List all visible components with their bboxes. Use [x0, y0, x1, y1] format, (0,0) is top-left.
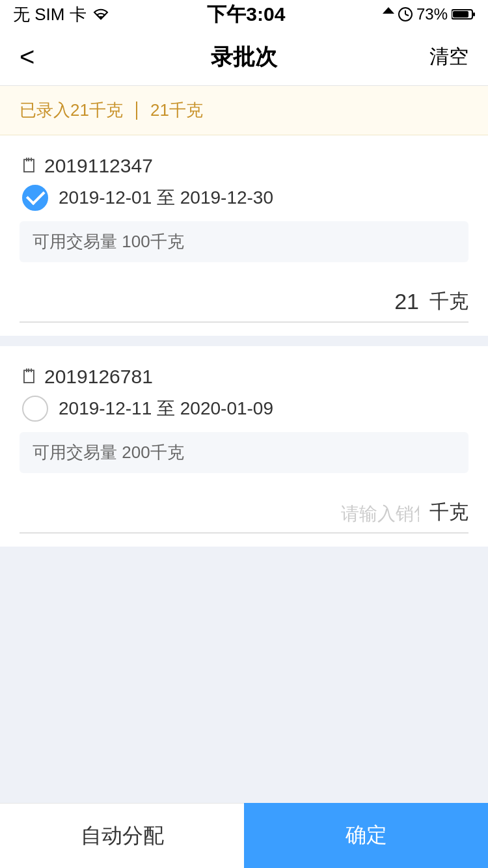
batch-2-availability: 可用交易量 200千克 [20, 432, 468, 473]
section-divider-1 [0, 336, 488, 346]
batch-2-date-row[interactable]: 2019-12-11 至 2020-01-09 [20, 396, 468, 422]
bottom-bar: 自动分配 确定 [0, 803, 488, 868]
batch-item-1-body: 🗒 2019112347 2019-12-01 至 2019-12-30 可用交… [0, 135, 488, 262]
status-bar: 无 SIM 卡 下午3:04 73% [0, 0, 488, 29]
location-icon [383, 7, 394, 21]
clock-icon [398, 7, 413, 21]
confirm-button[interactable]: 确定 [244, 803, 488, 868]
recorded-amount-value: 21千克 [150, 99, 203, 122]
batch-1-availability: 可用交易量 100千克 [20, 221, 468, 262]
banner-divider [136, 102, 137, 120]
batch-2-header: 🗒 2019126781 [20, 366, 468, 388]
back-button[interactable]: < [20, 42, 59, 72]
batch-2-icon: 🗒 [20, 366, 39, 388]
batch-item-2: 🗒 2019126781 2019-12-11 至 2020-01-09 可用交… [0, 346, 488, 547]
status-time: 下午3:04 [207, 1, 285, 28]
battery-percent: 73% [416, 5, 448, 23]
batch-1-header: 🗒 2019112347 [20, 155, 468, 177]
svg-rect-4 [473, 12, 475, 16]
batch-1-icon: 🗒 [20, 155, 39, 177]
svg-line-2 [405, 14, 409, 16]
batch-2-unit: 千克 [429, 499, 468, 526]
batch-1-amount-row: 千克 [0, 275, 488, 321]
batch-item-2-body: 🗒 2019126781 2019-12-11 至 2020-01-09 可用交… [0, 346, 488, 473]
batch-1-date-row[interactable]: 2019-12-01 至 2019-12-30 [20, 185, 468, 211]
clear-button[interactable]: 清空 [429, 44, 468, 70]
status-right: 73% [383, 5, 475, 23]
batch-2-radio[interactable] [22, 396, 48, 422]
content-wrapper: 🗒 2019112347 2019-12-01 至 2019-12-30 可用交… [0, 135, 488, 868]
batch-1-id: 2019112347 [44, 155, 153, 177]
batch-2-bottom-space [0, 534, 488, 547]
batch-2-amount-input[interactable] [341, 500, 419, 525]
batch-2-amount-row: 千克 [0, 486, 488, 532]
batch-item-1: 🗒 2019112347 2019-12-01 至 2019-12-30 可用交… [0, 135, 488, 336]
batch-2-date: 2019-12-11 至 2020-01-09 [59, 396, 273, 421]
batch-1-radio[interactable] [22, 185, 48, 211]
page-title: 录批次 [211, 42, 277, 72]
svg-rect-5 [453, 11, 468, 18]
bottom-fill-area [0, 547, 488, 820]
batch-2-id: 2019126781 [44, 366, 153, 388]
batch-1-date: 2019-12-01 至 2019-12-30 [59, 185, 273, 210]
batch-1-bottom-space [0, 323, 488, 336]
battery-icon [452, 8, 475, 20]
info-banner: 已录入21千克 21千克 [0, 86, 488, 135]
recorded-amount-label: 已录入21千克 [20, 99, 123, 122]
batch-1-unit: 千克 [429, 288, 468, 315]
batch-1-amount-input[interactable] [341, 289, 419, 314]
status-left: 无 SIM 卡 [13, 3, 110, 26]
auto-distribute-button[interactable]: 自动分配 [0, 803, 244, 868]
wifi-icon [92, 7, 110, 21]
no-sim-text: 无 SIM 卡 [13, 3, 87, 26]
nav-bar: < 录批次 清空 [0, 29, 488, 86]
